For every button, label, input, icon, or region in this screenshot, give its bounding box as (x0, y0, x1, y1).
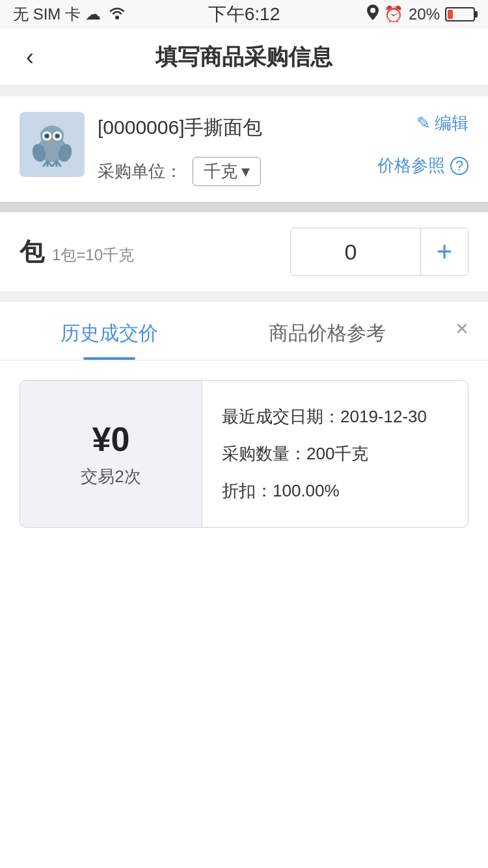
tabs-close-button[interactable]: × (436, 316, 488, 346)
discount-value: 100.00% (273, 481, 340, 500)
quantity-unit-desc: 1包=10千克 (52, 245, 134, 265)
transaction-discount-row: 折扣：100.00% (222, 478, 448, 504)
edit-icon: ✎ (416, 113, 431, 133)
transaction-times: 交易2次 (81, 465, 141, 488)
edit-label: 编辑 (435, 112, 468, 135)
status-left: 无 SIM 卡 ☁ (13, 4, 127, 25)
quantity-unit: 包 (20, 236, 44, 269)
product-card: [0000006]手撕面包 采购单位： 千克 ▾ ✎ 编辑 价格参照 ? (0, 96, 488, 202)
tab-product-price-ref-label: 商品价格参考 (269, 322, 386, 344)
dropdown-arrow-icon: ▾ (241, 161, 250, 182)
quantity-control: + (290, 228, 468, 276)
product-unit-row: 采购单位： 千克 ▾ (98, 157, 262, 186)
discount-label: 折扣： (222, 481, 273, 500)
no-sim-label: 无 SIM 卡 ☁ (13, 4, 101, 25)
svg-point-1 (370, 8, 375, 13)
status-right: ⏰ 20% (367, 5, 475, 24)
wifi-icon (107, 5, 127, 23)
tabs-section: 历史成交价 商品价格参考 × ¥0 交易2次 最近成交日期：2019-12-30… (0, 302, 488, 547)
product-header: [0000006]手撕面包 采购单位： 千克 ▾ ✎ 编辑 价格参照 ? (20, 112, 468, 186)
transaction-quantity-value: 200千克 (306, 444, 368, 463)
section-divider (0, 202, 488, 212)
quantity-row: 包 1包=10千克 + (0, 212, 488, 292)
page-title: 填写商品采购信息 (156, 42, 332, 72)
product-right-links: ✎ 编辑 价格参照 ? (377, 112, 468, 177)
svg-point-10 (46, 135, 48, 137)
transaction-area: ¥0 交易2次 最近成交日期：2019-12-30 采购数量：200千克 折扣：… (0, 360, 488, 547)
status-bar: 无 SIM 卡 ☁ 下午6:12 ⏰ 20% (0, 0, 488, 29)
transaction-right: 最近成交日期：2019-12-30 采购数量：200千克 折扣：100.00% (202, 381, 468, 527)
battery-icon (445, 7, 475, 21)
tab-history-price[interactable]: 历史成交价 (0, 302, 218, 360)
quantity-label-text: 采购数量： (222, 444, 306, 463)
transaction-quantity-row: 采购数量：200千克 (222, 441, 448, 467)
quantity-plus-button[interactable]: + (421, 228, 468, 275)
product-info: [0000006]手撕面包 采购单位： 千克 ▾ (98, 112, 262, 186)
location-icon (367, 5, 379, 24)
price-ref-button[interactable]: 价格参照 ? (377, 154, 468, 177)
unit-value: 千克 (204, 160, 237, 183)
tab-history-price-label: 历史成交价 (61, 322, 158, 344)
alarm-icon: ⏰ (384, 5, 403, 23)
quantity-label: 包 1包=10千克 (20, 236, 134, 269)
product-thumbnail (20, 112, 85, 177)
transaction-price: ¥0 (92, 420, 130, 459)
transaction-card: ¥0 交易2次 最近成交日期：2019-12-30 采购数量：200千克 折扣：… (20, 380, 468, 528)
price-ref-help-icon: ? (450, 157, 468, 175)
product-name: [0000006]手撕面包 (98, 115, 262, 141)
price-ref-label: 价格参照 (377, 154, 445, 177)
edit-button[interactable]: ✎ 编辑 (416, 112, 468, 135)
nav-bar: ‹ 填写商品采购信息 (0, 29, 488, 86)
status-time: 下午6:12 (208, 2, 280, 27)
tab-product-price-ref[interactable]: 商品价格参考 (218, 302, 436, 360)
product-left: [0000006]手撕面包 采购单位： 千克 ▾ (20, 112, 262, 186)
main-content-area (0, 547, 488, 868)
back-button[interactable]: ‹ (20, 37, 40, 77)
transaction-left: ¥0 交易2次 (20, 381, 202, 527)
svg-point-11 (56, 135, 59, 137)
svg-point-0 (115, 16, 119, 20)
unit-dropdown[interactable]: 千克 ▾ (193, 157, 261, 186)
transaction-date-row: 最近成交日期：2019-12-30 (222, 404, 448, 429)
unit-label: 采购单位： (98, 160, 182, 183)
recent-date-value: 2019-12-30 (340, 407, 427, 426)
quantity-input[interactable] (291, 228, 421, 275)
battery-percent: 20% (409, 5, 440, 23)
recent-date-label: 最近成交日期： (222, 407, 340, 426)
tabs-header: 历史成交价 商品价格参考 × (0, 302, 488, 360)
